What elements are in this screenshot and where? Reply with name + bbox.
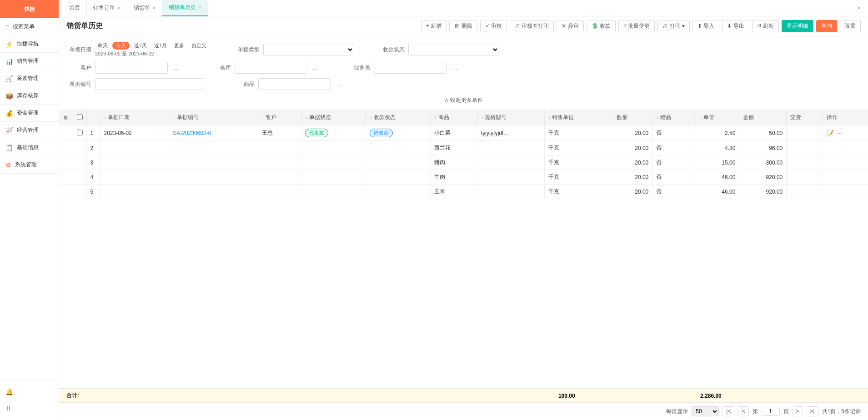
row-docno [169, 141, 258, 155]
col-paymentstatus[interactable]: ↕ 收款状态 [366, 110, 431, 125]
tab-delivery-history-close[interactable]: × [199, 5, 201, 10]
row-goods: 小白菜 [431, 125, 477, 141]
sidebar-item-operation-mgmt[interactable]: 📈 经营管理 [0, 122, 59, 139]
tab-sales-order[interactable]: 销售订单 × [87, 0, 127, 16]
row-customer [258, 155, 301, 170]
customer-input[interactable] [95, 62, 168, 74]
customer-filter: 客户 ... [66, 62, 181, 74]
shortcut-yesterday[interactable]: 昨天 [95, 42, 110, 50]
sidebar-notification[interactable]: 🔔 [0, 384, 59, 400]
row-docstatus [301, 141, 366, 155]
sidebar-item-inventory[interactable]: 📦 库存核算 [0, 87, 59, 105]
page-title: 销货单历史 [66, 21, 103, 31]
more-action-icon[interactable]: ⋯ [837, 130, 843, 136]
delete-button[interactable]: 🗑 删除 [449, 20, 477, 32]
col-spec[interactable]: ↕ 规格型号 [477, 110, 545, 125]
row-unitprice: 46.00 [696, 185, 739, 199]
warehouse-ellipsis[interactable]: ... [311, 64, 320, 71]
sidebar-item-purchase-mgmt[interactable]: 🛒 采购管理 [0, 70, 59, 87]
summary-values: 100.00 2,286.00 [154, 393, 864, 399]
prev-page-btn[interactable]: < [738, 406, 748, 416]
sidebar-item-finance-mgmt[interactable]: 💰 资金管理 [0, 105, 59, 122]
row-num: 2 [86, 141, 100, 155]
row-gift: 否 [652, 185, 696, 199]
col-unitprice[interactable]: ↕ 单价 [696, 110, 739, 125]
export-button[interactable]: ⬇ 导出 [722, 20, 749, 32]
staff-ellipsis[interactable]: ... [450, 64, 459, 71]
import-button[interactable]: ⬆ 导入 [692, 20, 719, 32]
shortcut-today[interactable]: 今天 [112, 42, 130, 50]
print-button[interactable]: 🖨 打印 ▾ [657, 20, 690, 32]
customer-ellipsis[interactable]: ... [171, 64, 181, 71]
global-close-btn[interactable]: × [854, 5, 864, 11]
shortcut-7days[interactable]: 近7天 [131, 42, 150, 50]
col-docstatus[interactable]: ↕ 单据状态 [301, 110, 366, 125]
shortcut-custom[interactable]: 自定义 [189, 42, 209, 50]
tab-sales-order-close[interactable]: × [118, 5, 120, 10]
first-page-btn[interactable]: |< [722, 406, 734, 416]
sidebar-item-quick-nav[interactable]: ⚡ 快捷导航 [0, 35, 59, 53]
query-button[interactable]: 查询 [816, 20, 837, 32]
row-gift: 否 [652, 155, 696, 170]
sidebar-item-search-menu[interactable]: ≡ 搜索菜单 [0, 18, 59, 35]
select-all-checkbox[interactable] [77, 114, 83, 120]
last-page-btn[interactable]: >| [807, 406, 818, 416]
page-number-input[interactable] [762, 407, 780, 416]
goods-input[interactable] [258, 78, 331, 90]
page-header: 销货单历史 + 新增 🗑 删除 ✓ 审核 🖨 审核并打印 ✕ 弃审 💲 收款 ≡… [59, 16, 868, 36]
payment-status-select[interactable] [408, 44, 499, 55]
operation-mgmt-icon: 📈 [5, 127, 13, 134]
staff-label: 业务员 [345, 64, 370, 72]
table-summary: 合计: 100.00 2,286.00 [59, 388, 868, 402]
summary-total-qty: 100.00 [502, 393, 579, 399]
search-menu-icon: ≡ [5, 23, 9, 30]
sidebar-pause[interactable]: ⏸ [0, 400, 59, 416]
refresh-button[interactable]: ↺ 刷新 [752, 20, 779, 32]
page-label: 第 [753, 408, 758, 415]
col-docno[interactable]: ↕ 单据编号 [169, 110, 258, 125]
warehouse-input[interactable] [235, 62, 307, 74]
col-customer[interactable]: ↕ 客户 [258, 110, 301, 125]
row-date [100, 141, 169, 155]
goods-ellipsis[interactable]: ... [335, 80, 344, 88]
settings-button[interactable]: 设置 [840, 20, 861, 32]
row-goods: 猪肉 [431, 155, 477, 170]
tab-delivery-history[interactable]: 销货单历史 × [162, 0, 208, 16]
row-qty: 20.00 [609, 141, 652, 155]
row-docstatus [301, 185, 366, 199]
col-goods[interactable]: ↕ 商品 [431, 110, 477, 125]
sidebar-item-basic-info[interactable]: 📋 基础信息 [0, 139, 59, 156]
batch-change-button[interactable]: ≡ 批量变更 [618, 20, 655, 32]
col-unit[interactable]: ↕ 销售单位 [544, 110, 609, 125]
col-gift[interactable]: ↕ 赠品 [652, 110, 696, 125]
tabs-bar-right: × [854, 5, 864, 11]
page-size-select[interactable]: 50 100 200 [692, 406, 719, 416]
staff-input[interactable] [374, 62, 447, 74]
edit-action-icon[interactable]: 📝 [827, 130, 834, 136]
tab-delivery-close[interactable]: × [153, 5, 156, 10]
row-amount: 300.00 [739, 155, 787, 170]
tab-delivery[interactable]: 销货单 × [127, 0, 162, 16]
show-detail-button[interactable]: 显示明细 [782, 20, 813, 32]
add-button[interactable]: + 新增 [421, 20, 447, 32]
next-page-btn[interactable]: > [793, 406, 803, 416]
sidebar-item-system-mgmt[interactable]: ⚙ 系统管理 [0, 156, 59, 174]
doc-number-input[interactable] [95, 78, 204, 90]
revoke-button[interactable]: ✕ 弃审 [557, 20, 583, 32]
sidebar-item-sales-mgmt[interactable]: 📊 销售管理 [0, 53, 59, 70]
shortcut-more[interactable]: 更多 [171, 42, 187, 50]
table-row: 12023-06-02SA-20230602-0王总已生效已收款小白菜tyjyt… [59, 125, 868, 141]
col-rownum [86, 110, 100, 125]
tab-home[interactable]: 首页 [63, 0, 87, 16]
approve-print-button[interactable]: 🖨 审核并打印 [510, 20, 554, 32]
col-qty[interactable]: ↕ 数量 [609, 110, 652, 125]
doc-no-link[interactable]: SA-20230602-0 [173, 130, 211, 136]
shortcut-1month[interactable]: 近1月 [151, 42, 170, 50]
col-date[interactable]: ↕ 单据日期 [100, 110, 169, 125]
col-gear[interactable]: ⚙ [59, 110, 73, 125]
row-checkbox[interactable] [77, 130, 83, 135]
doc-type-select[interactable] [263, 44, 354, 55]
collect-button[interactable]: 💲 收款 [587, 20, 616, 32]
approve-button[interactable]: ✓ 审核 [480, 20, 507, 32]
collapse-filter-btn[interactable]: ∧ 收起更多条件 [66, 95, 861, 106]
